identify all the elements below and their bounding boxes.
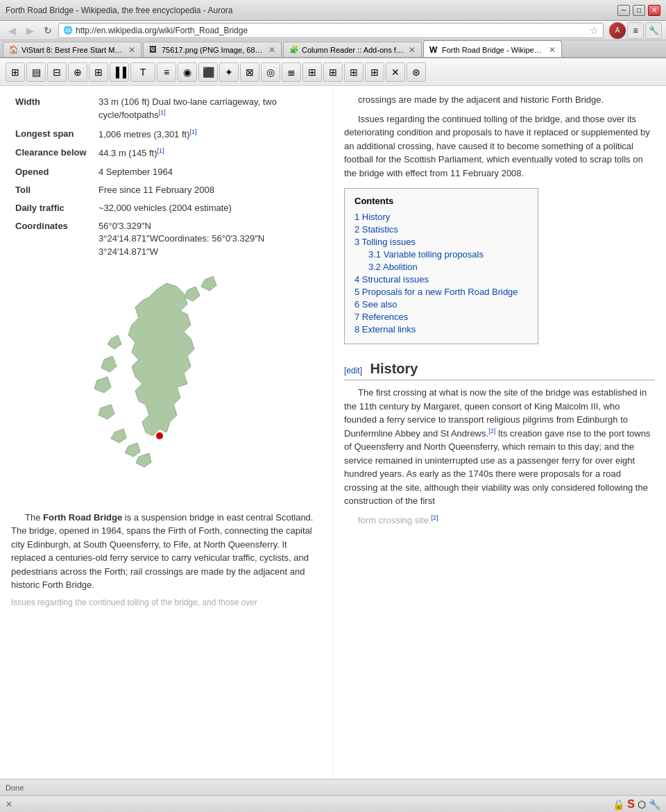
footnote-3: [1] [157, 147, 164, 154]
contents-link-tolling[interactable]: 3 Tolling issues [355, 237, 416, 247]
reload-button[interactable]: ↻ [40, 23, 56, 38]
tab-vistart[interactable]: 🏠 ViStart 8: Best Free Start Menu Altern… [3, 42, 142, 57]
faded-bottom-text: Issues regarding the continued tolling o… [11, 598, 321, 607]
info-label-coords: Coordinates [11, 217, 94, 261]
info-value-span: 1,006 metres (3,301 ft)[1] [94, 125, 321, 144]
toolbar-btn-slash[interactable]: ⊞ [323, 62, 343, 82]
window-controls: ─ □ ✕ [617, 5, 660, 16]
contents-link-proposals[interactable]: 5 Proposals for a new Forth Road Bridge [355, 287, 518, 297]
contents-item-abolition[interactable]: 3.2 Abolition [355, 262, 528, 272]
tools-icon[interactable]: 🔧 [649, 799, 660, 810]
history-header: [edit] History [344, 361, 655, 380]
minimize-button[interactable]: ─ [617, 5, 630, 16]
contents-item-tolling[interactable]: 3 Tolling issues [355, 237, 528, 247]
toolbar-btn-circ[interactable]: ◎ [261, 62, 280, 82]
history-edit-link[interactable]: [edit] [344, 366, 362, 375]
contents-item-external[interactable]: 8 External links [355, 324, 528, 335]
toolbar-btn-x[interactable]: ⊠ [240, 62, 259, 82]
contents-link-stats[interactable]: 2 Statistics [355, 224, 398, 235]
toolbar-btn-rec[interactable]: ◉ [178, 62, 197, 82]
table-row: Coordinates 56°0′3.329″N3°24′14.871″WCoo… [11, 217, 321, 261]
tab-close-vistart[interactable]: ✕ [128, 45, 135, 55]
contents-link-abolition[interactable]: 3.2 Abolition [368, 262, 418, 272]
close-button[interactable]: ✕ [648, 5, 660, 16]
tab-close-column[interactable]: ✕ [409, 45, 416, 55]
tab-favicon-column: 🧩 [289, 45, 299, 55]
window-title: Forth Road Bridge - Wikipedia, the free … [6, 6, 233, 15]
contents-item-see-also[interactable]: 6 See also [355, 299, 528, 310]
tab-label-png: 75617.png (PNG Image, 689 × 525 pi... [162, 46, 264, 54]
info-label-traffic: Daily traffic [11, 199, 94, 217]
history-para-1: The first crossing at what is now the si… [344, 386, 655, 508]
tabs-bar: 🏠 ViStart 8: Best Free Start Menu Altern… [0, 40, 666, 58]
info-label-span: Longest span [11, 125, 94, 144]
tab-forth-bridge[interactable]: W Forth Road Bridge - Wikipedia, the fr.… [423, 40, 562, 57]
contents-link-external[interactable]: 8 External links [355, 324, 416, 335]
s-icon[interactable]: S [627, 798, 635, 811]
toolbar-btn-lines[interactable]: ≣ [282, 62, 301, 82]
contents-item-variable[interactable]: 3.1 Variable tolling proposals [355, 249, 528, 260]
footnote-hist-1: [2] [488, 428, 495, 434]
forward-button[interactable]: ▶ [22, 23, 37, 38]
toolbar-btn-star[interactable]: ✦ [219, 62, 239, 82]
contents-box: Contents 1 History 2 Statistics 3 Tollin… [344, 188, 538, 344]
toolbar-btn-te[interactable]: ≡ [157, 62, 176, 82]
puzzle-icon[interactable]: ⬡ [638, 799, 646, 810]
lock-icon[interactable]: 🔒 [613, 799, 624, 810]
location-dot [156, 432, 163, 439]
bottom-icons: 🔒 S ⬡ 🔧 [613, 798, 660, 811]
contents-list: 1 History 2 Statistics 3 Tolling issues … [355, 212, 528, 335]
toolbar-btn-3[interactable]: ⊟ [47, 62, 67, 82]
status-text: Done [6, 784, 24, 792]
tab-column-reader[interactable]: 🧩 Column Reader :: Add-ons for Firefox ✕ [283, 42, 422, 57]
toolbar-btn-5[interactable]: ⊞ [89, 62, 108, 82]
menu-button[interactable]: ≡ [627, 22, 644, 39]
tab-png[interactable]: 🖼 75617.png (PNG Image, 689 × 525 pi... … [143, 42, 282, 57]
table-row: Opened 4 September 1964 [11, 163, 321, 181]
toolbar-btn-grid[interactable]: ⊞ [365, 62, 384, 82]
history-content: The first crossing at what is now the si… [344, 386, 655, 527]
history-para-2: form crossing site.[2] [344, 514, 655, 527]
scotland-map-svg [69, 269, 264, 505]
toolbar-btn-dbl[interactable]: ⊞ [344, 62, 364, 82]
footnote-1: [1] [159, 109, 166, 116]
maximize-button[interactable]: □ [633, 5, 645, 16]
contents-item-history[interactable]: 1 History [355, 212, 528, 222]
info-value-opened: 4 September 1964 [94, 163, 321, 181]
tab-favicon-wiki: W [429, 45, 439, 55]
tab-close-png[interactable]: ✕ [268, 45, 275, 55]
contents-item-references[interactable]: 7 References [355, 312, 528, 322]
tab-label-wiki: Forth Road Bridge - Wikipedia, the fr... [442, 46, 545, 54]
toolbar-btn-6[interactable]: ▐▐ [110, 62, 129, 82]
bottom-left-text: ✕ [6, 800, 12, 809]
toolbar-btn-T[interactable]: T [130, 62, 155, 82]
info-value-coords: 56°0′3.329″N3°24′14.871″WCoordinates: 56… [94, 217, 321, 261]
contents-link-variable[interactable]: 3.1 Variable tolling proposals [368, 249, 484, 260]
tools-button[interactable]: 🔧 [645, 22, 662, 39]
article-para-1: The Forth Road Bridge is a suspension br… [11, 511, 321, 592]
toolbar-btn-hash[interactable]: ⊞ [302, 62, 322, 82]
contents-link-history[interactable]: 1 History [355, 212, 390, 222]
bookmark-star[interactable]: ☆ [590, 25, 599, 36]
url-bar[interactable]: 🌐 http://en.wikipedia.org/wiki/Forth_Roa… [58, 23, 604, 38]
toolbar-btn-2[interactable]: ▤ [26, 62, 46, 82]
table-row: Toll Free since 11 February 2008 [11, 181, 321, 199]
contents-link-references[interactable]: 7 References [355, 312, 408, 322]
contents-item-structural[interactable]: 4 Structural issues [355, 274, 528, 285]
contents-item-stats[interactable]: 2 Statistics [355, 224, 528, 235]
info-value-width: 33 m (106 ft) Dual two-lane carriageway,… [94, 93, 321, 125]
toolbar-btn-ex[interactable]: ✕ [386, 62, 405, 82]
contents-link-see-also[interactable]: 6 See also [355, 299, 397, 310]
toolbar-btn-oc[interactable]: ⊛ [407, 62, 426, 82]
url-text: http://en.wikipedia.org/wiki/Forth_Road_… [76, 26, 587, 35]
toolbar-btn-4[interactable]: ⊕ [68, 62, 87, 82]
tab-favicon-vistart: 🏠 [9, 45, 19, 55]
toolbar-btn-1[interactable]: ⊞ [6, 62, 25, 82]
toolbar-btn-sq[interactable]: ⬛ [198, 62, 218, 82]
contents-link-structural[interactable]: 4 Structural issues [355, 274, 429, 285]
footnote-2: [1] [190, 128, 197, 135]
contents-item-proposals[interactable]: 5 Proposals for a new Forth Road Bridge [355, 287, 528, 297]
back-button[interactable]: ◀ [4, 23, 19, 38]
tab-close-wiki[interactable]: ✕ [549, 45, 556, 55]
profile-icon[interactable]: A [609, 22, 626, 39]
